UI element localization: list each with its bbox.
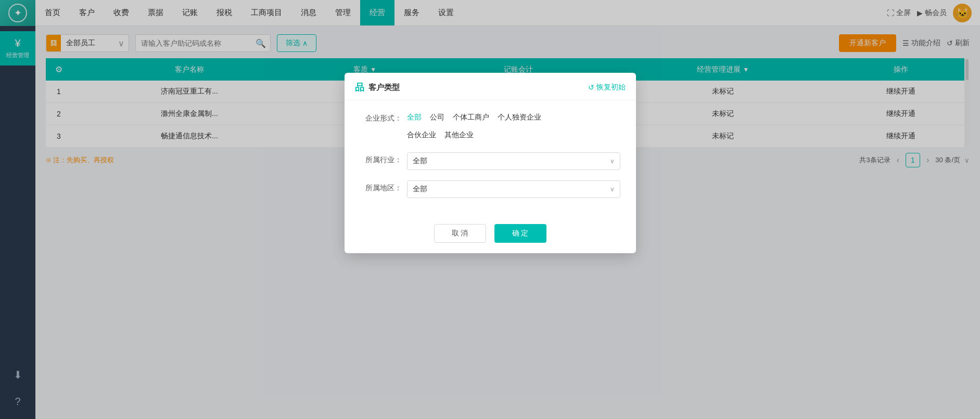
confirm-button[interactable]: 确 定: [494, 224, 546, 243]
region-select[interactable]: 全部 ∨: [407, 180, 620, 198]
enterprise-option-company[interactable]: 公司: [430, 111, 444, 124]
modal-body: 企业形式： 全部 公司 个体工商户 个人独资企业 合伙企业 其他企业 所: [345, 100, 636, 219]
reset-label: 恢复初始: [596, 83, 626, 92]
region-select-arrow: ∨: [610, 186, 615, 193]
modal-header: 品 客户类型 ↺ 恢复初始: [345, 73, 636, 100]
modal-title-text: 客户类型: [368, 83, 400, 93]
industry-form-value: 全部 ∨: [407, 152, 620, 170]
enterprise-form-label: 企业形式：: [360, 111, 402, 123]
filter-modal-overlay: 品 客户类型 ↺ 恢复初始 企业形式： 全部 公司 个体工商户 个人独资企业: [0, 0, 980, 419]
modal-footer: 取 消 确 定: [345, 219, 636, 243]
filter-modal: 品 客户类型 ↺ 恢复初始 企业形式： 全部 公司 个体工商户 个人独资企业: [345, 73, 636, 253]
enterprise-option-sole[interactable]: 个人独资企业: [498, 111, 541, 124]
region-select-text: 全部: [413, 185, 610, 194]
region-form-value: 全部 ∨: [407, 180, 620, 198]
industry-form-label: 所属行业：: [360, 152, 402, 165]
reset-icon: ↺: [588, 83, 594, 91]
industry-select-arrow: ∨: [610, 158, 615, 165]
modal-title: 品 客户类型: [355, 81, 400, 94]
enterprise-radio-group2: 合伙企业 其他企业: [407, 128, 620, 142]
enterprise-option-individual[interactable]: 个体工商户: [453, 111, 489, 124]
enterprise-radio-group: 全部 公司 个体工商户 个人独资企业: [407, 111, 620, 124]
enterprise-option-other[interactable]: 其他企业: [444, 128, 474, 142]
region-form-label: 所属地区：: [360, 180, 402, 193]
industry-select[interactable]: 全部 ∨: [407, 152, 620, 170]
enterprise-form-value: 全部 公司 个体工商户 个人独资企业 合伙企业 其他企业: [407, 111, 620, 142]
industry-form-row: 所属行业： 全部 ∨: [360, 152, 620, 170]
enterprise-option-all[interactable]: 全部: [407, 111, 422, 124]
enterprise-form-row: 企业形式： 全部 公司 个体工商户 个人独资企业 合伙企业 其他企业: [360, 111, 620, 142]
enterprise-option-partner[interactable]: 合伙企业: [407, 128, 436, 142]
modal-reset-button[interactable]: ↺ 恢复初始: [588, 83, 626, 92]
modal-title-icon: 品: [355, 81, 364, 94]
region-form-row: 所属地区： 全部 ∨: [360, 180, 620, 198]
industry-select-text: 全部: [413, 156, 610, 166]
cancel-button[interactable]: 取 消: [434, 224, 486, 243]
